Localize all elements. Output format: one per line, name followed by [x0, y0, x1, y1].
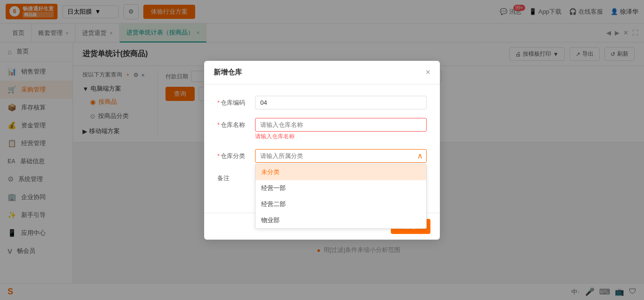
- dialog-header: 新增仓库 ×: [204, 61, 440, 84]
- code-input-wrap: [255, 96, 427, 109]
- category-dropdown: 未分类 经营一部 经营二部 物业部: [255, 164, 427, 229]
- dropdown-item-property[interactable]: 物业部: [256, 212, 426, 228]
- category-input[interactable]: [255, 149, 427, 163]
- name-row: * 仓库名称 请输入仓库名称: [217, 118, 427, 141]
- code-field: * 仓库编码: [217, 96, 427, 109]
- add-warehouse-dialog: 新增仓库 × * 仓库编码 *: [204, 61, 440, 240]
- name-input-wrap: 请输入仓库名称: [255, 118, 427, 141]
- category-required-marker: *: [217, 152, 220, 159]
- category-row: * 仓库分类 ∧ 未分类 经营一部 经营二部 物业部: [217, 149, 427, 163]
- dropdown-item-uncategorized[interactable]: 未分类: [256, 164, 426, 180]
- category-label: * 仓库分类: [217, 149, 255, 160]
- dialog-close-button[interactable]: ×: [425, 67, 430, 77]
- name-required-marker: *: [217, 121, 220, 128]
- name-field: * 仓库名称 请输入仓库名称: [217, 118, 427, 141]
- code-label: * 仓库编码: [217, 96, 255, 107]
- dropdown-item-dept1[interactable]: 经营一部: [256, 180, 426, 196]
- modal-overlay[interactable]: 新增仓库 × * 仓库编码 *: [0, 0, 644, 300]
- category-arrow-icon[interactable]: ∧: [417, 151, 423, 160]
- notes-label: 备注: [217, 171, 255, 183]
- dialog-body: * 仓库编码 * 仓库名称 请输入仓库名: [204, 84, 440, 213]
- category-input-wrap: ∧ 未分类 经营一部 经营二部 物业部: [255, 149, 427, 163]
- code-row: * 仓库编码: [217, 96, 427, 109]
- dropdown-item-dept2[interactable]: 经营二部: [256, 196, 426, 212]
- name-input[interactable]: [255, 118, 427, 132]
- name-error-message: 请输入仓库名称: [255, 133, 427, 141]
- code-required-marker: *: [217, 99, 220, 106]
- dialog-title: 新增仓库: [214, 68, 242, 77]
- name-label: * 仓库名称: [217, 118, 255, 129]
- category-field: * 仓库分类 ∧ 未分类 经营一部 经营二部 物业部: [217, 149, 427, 163]
- code-input[interactable]: [255, 96, 427, 109]
